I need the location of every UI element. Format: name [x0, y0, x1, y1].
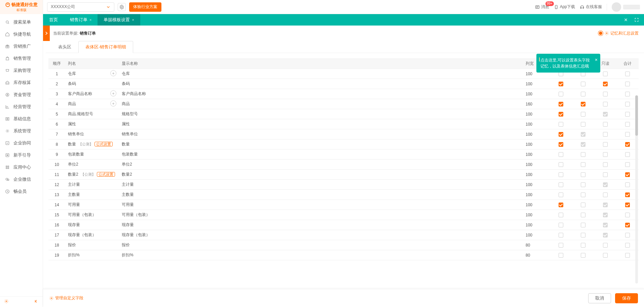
settings-button[interactable] — [118, 3, 126, 11]
chk-show[interactable] — [559, 92, 563, 96]
cell-disp[interactable]: 现存量 — [119, 220, 523, 230]
scrollbar-thumb[interactable] — [635, 95, 638, 136]
cell-width[interactable]: 160 — [523, 99, 550, 109]
settings-toggle-icon[interactable] — [4, 299, 9, 305]
chk-show[interactable] — [559, 253, 563, 258]
cell-disp[interactable]: 报价 — [119, 240, 523, 250]
chk-sum[interactable] — [625, 82, 630, 86]
chk-readonly[interactable] — [603, 172, 608, 177]
cell-disp[interactable]: 可用量（包装） — [119, 210, 523, 220]
support-link[interactable]: 在线客服 — [580, 4, 602, 10]
hint-close-button[interactable]: × — [595, 56, 598, 63]
chk-sum[interactable] — [625, 102, 630, 106]
cell-disp[interactable]: 规格型号 — [119, 109, 523, 119]
chk-show[interactable] — [559, 213, 563, 217]
chk-readonly[interactable] — [603, 122, 608, 127]
cell-width[interactable]: 100 — [523, 220, 550, 230]
cell-disp[interactable]: 仓库 — [119, 69, 523, 79]
nav-item-8[interactable]: 基础信息 — [0, 113, 43, 125]
chk-readonly[interactable] — [603, 92, 608, 96]
subtab-1[interactable]: 表体区-销售订单明细 — [78, 41, 133, 53]
manage-custom-fields-link[interactable]: 管理自定义字段 — [49, 295, 83, 301]
cell-disp[interactable]: 单位2 — [119, 160, 523, 170]
user-menu[interactable] — [612, 2, 640, 12]
cell-name[interactable]: 销售单位 — [65, 129, 119, 139]
cell-name[interactable]: 包装数量 — [65, 149, 119, 160]
cell-name[interactable]: 数量 【公测】公式设置 — [65, 139, 119, 149]
chk-required[interactable] — [581, 213, 585, 217]
chk-show[interactable] — [559, 152, 563, 157]
cell-disp[interactable]: 数量 — [119, 139, 523, 149]
cell-name[interactable]: 商品 ＋ — [65, 99, 119, 109]
chk-required[interactable] — [581, 112, 585, 117]
chk-sum[interactable] — [625, 92, 630, 96]
cell-name[interactable]: 商品.规格型号 — [65, 109, 119, 119]
tab-2[interactable]: 单据模板设置× — [98, 14, 140, 26]
nav-item-13[interactable]: 企业微信 — [0, 173, 43, 185]
chk-sum[interactable] — [625, 142, 630, 147]
cell-name[interactable]: 属性 — [65, 119, 119, 129]
collapse-sidebar-icon[interactable] — [34, 299, 39, 305]
cell-disp[interactable]: 现存量（包装） — [119, 230, 523, 240]
nav-item-0[interactable]: 搜索菜单 — [0, 16, 43, 28]
app-download-link[interactable]: App下载 — [554, 4, 575, 10]
cell-width[interactable]: 100 — [523, 139, 550, 149]
tab-1[interactable]: 销售订单× — [64, 14, 98, 26]
close-all-tabs-button[interactable] — [622, 16, 630, 24]
chk-sum[interactable] — [625, 182, 630, 187]
cell-disp[interactable]: 数量2 — [119, 170, 523, 180]
nav-item-2[interactable]: 营销推广 — [0, 40, 43, 52]
add-column-button[interactable]: ＋ — [110, 90, 116, 96]
cell-disp[interactable]: 主计量 — [119, 180, 523, 190]
chk-sum[interactable] — [625, 172, 630, 177]
cell-disp[interactable]: 主数量 — [119, 190, 523, 200]
cell-width[interactable]: 100 — [523, 210, 550, 220]
scrollbar-track[interactable] — [635, 95, 638, 283]
cell-name[interactable]: 折扣% — [65, 250, 119, 260]
chk-required[interactable] — [581, 152, 585, 157]
cell-name[interactable]: 客户商品名称 ＋ — [65, 89, 119, 99]
cell-width[interactable]: 100 — [523, 160, 550, 170]
cell-disp[interactable]: 客户商品名称 — [119, 89, 523, 99]
cell-width[interactable]: 100 — [523, 79, 550, 89]
chk-readonly[interactable] — [603, 253, 608, 258]
chk-sum[interactable] — [625, 152, 630, 157]
cell-width[interactable]: 100 — [523, 180, 550, 190]
cell-name[interactable]: 现存量 — [65, 220, 119, 230]
cell-width[interactable]: 80 — [523, 240, 550, 250]
cancel-button[interactable]: 取消 — [588, 293, 611, 303]
cell-disp[interactable]: 商品 — [119, 99, 523, 109]
chk-sum[interactable] — [625, 243, 630, 248]
chk-required[interactable] — [581, 182, 585, 187]
cell-width[interactable]: 100 — [523, 109, 550, 119]
cell-name[interactable]: 主计量 — [65, 180, 119, 190]
fullscreen-button[interactable] — [633, 16, 641, 24]
nav-item-5[interactable]: 库存核算 — [0, 77, 43, 89]
chk-readonly[interactable] — [603, 72, 608, 76]
cell-name[interactable]: 可用量 — [65, 200, 119, 210]
chk-show[interactable] — [559, 223, 563, 227]
formula-link[interactable]: 公式设置 — [97, 172, 115, 177]
chk-show[interactable] — [559, 122, 563, 127]
memory-summary-link[interactable]: 记忆和汇总设置 — [572, 31, 639, 36]
chk-required[interactable] — [581, 92, 585, 96]
chk-required[interactable] — [581, 233, 585, 237]
cell-width[interactable]: 100 — [523, 129, 550, 139]
tab-close-icon[interactable]: × — [89, 18, 91, 22]
chk-required[interactable] — [581, 172, 585, 177]
formula-link[interactable]: 公式设置 — [94, 142, 113, 146]
chk-show[interactable] — [559, 192, 563, 197]
chk-readonly[interactable] — [603, 162, 608, 167]
chk-show[interactable] — [559, 233, 563, 237]
cell-width[interactable]: 100 — [523, 200, 550, 210]
industry-cta-button[interactable]: 体验行业方案 — [129, 2, 161, 12]
chk-show[interactable] — [559, 82, 563, 86]
chk-readonly[interactable] — [603, 192, 608, 197]
chk-show[interactable] — [559, 203, 563, 207]
chk-required[interactable] — [581, 122, 585, 127]
add-column-button[interactable]: ＋ — [110, 70, 116, 76]
cell-name[interactable]: 条码 — [65, 79, 119, 89]
chk-show[interactable] — [559, 172, 563, 177]
chk-required[interactable] — [581, 223, 585, 227]
subtab-0[interactable]: 表头区 — [51, 41, 78, 53]
